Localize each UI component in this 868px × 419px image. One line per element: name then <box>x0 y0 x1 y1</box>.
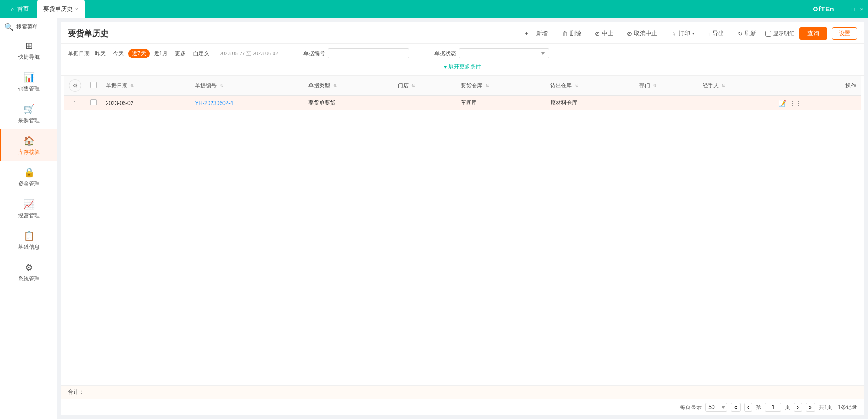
sidebar-item-inventory[interactable]: 🏠 库存核算 <box>0 129 57 161</box>
doc-no-link[interactable]: YH-20230602-4 <box>195 100 233 106</box>
stop-button[interactable]: ⊘ 中止 <box>590 27 618 40</box>
sidebar-item-finance[interactable]: 🔒 资金管理 <box>0 161 57 192</box>
col-pending-warehouse[interactable]: 待出仓库 ⇅ <box>546 76 635 96</box>
inventory-label: 库存核算 <box>18 148 40 156</box>
col-checkbox[interactable] <box>86 76 101 96</box>
minimize-icon[interactable]: — <box>840 6 846 13</box>
quick-nav-icon: ⊞ <box>25 40 33 51</box>
col-req-warehouse-label: 要货仓库 <box>461 82 482 89</box>
row-checkbox[interactable] <box>90 99 97 105</box>
summary-label: 合计： <box>68 388 84 396</box>
date-filter: 单据日期 昨天 今天 近7天 近1月 更多 自定义 <box>68 49 212 58</box>
maximize-icon[interactable]: □ <box>851 6 855 13</box>
row-checkbox-cell[interactable] <box>86 96 101 110</box>
total-label: 共1页，1条记录 <box>819 404 857 411</box>
sidebar-search[interactable]: 🔍 搜索菜单 <box>0 18 57 34</box>
col-req-warehouse[interactable]: 要货仓库 ⇅ <box>456 76 545 96</box>
col-action: 操作 <box>774 76 861 96</box>
select-all-checkbox[interactable] <box>90 82 97 88</box>
finance-label: 资金管理 <box>18 180 40 188</box>
window-close-icon[interactable]: × <box>860 6 863 13</box>
cancel-stop-button[interactable]: ⊘ 取消中止 <box>623 27 662 40</box>
col-doc-type[interactable]: 单据类型 ⇅ <box>304 76 393 96</box>
tab-home[interactable]: ⌂ 首页 <box>5 0 35 18</box>
filter-area: 单据日期 昨天 今天 近7天 近1月 更多 自定义 2023-05-27 至 2… <box>61 44 864 76</box>
export-icon: ↑ <box>708 30 711 37</box>
page-size-select[interactable]: 50 100 <box>705 403 727 412</box>
col-doc-type-sort-icon: ⇅ <box>333 83 337 88</box>
date-btn-7days[interactable]: 近7天 <box>128 49 150 58</box>
filter-row-1: 单据日期 昨天 今天 近7天 近1月 更多 自定义 2023-05-27 至 2… <box>68 48 857 58</box>
sidebar-item-operations[interactable]: 📈 经营管理 <box>0 192 57 224</box>
sidebar-item-sales[interactable]: 📊 销售管理 <box>0 66 57 97</box>
sidebar-item-purchase[interactable]: 🛒 采购管理 <box>0 97 57 129</box>
col-store[interactable]: 门店 ⇅ <box>393 76 457 96</box>
sidebar-item-basic[interactable]: 📋 基础信息 <box>0 224 57 256</box>
sidebar: 🔍 搜索菜单 ⊞ 快捷导航 📊 销售管理 🛒 采购管理 🏠 库存核算 🔒 资金管… <box>0 18 57 419</box>
row-store <box>393 96 457 110</box>
display-detail-checkbox[interactable] <box>765 31 771 37</box>
home-icon: ⌂ <box>11 6 14 13</box>
date-range-text: 2023-05-27 至 2023-06-02 <box>219 50 278 57</box>
refresh-button[interactable]: ↻ 刷新 <box>733 27 761 40</box>
col-settings[interactable]: ⚙ <box>64 76 86 96</box>
operations-icon: 📈 <box>24 199 35 210</box>
setting-button[interactable]: 设置 <box>832 27 857 40</box>
print-button[interactable]: 🖨 打印 ▾ <box>666 27 699 40</box>
row-edit-icon[interactable]: 📝 <box>778 100 786 107</box>
col-store-sort-icon: ⇅ <box>411 83 415 88</box>
row-doc-no[interactable]: YH-20230602-4 <box>190 96 304 110</box>
status-select[interactable] <box>459 48 549 58</box>
col-date-label: 单据日期 <box>106 82 127 89</box>
page-input[interactable] <box>765 403 781 412</box>
col-handler-label: 经手人 <box>703 82 719 89</box>
date-btn-more[interactable]: 更多 <box>172 49 189 58</box>
search-menu-label: 搜索菜单 <box>16 23 38 31</box>
basic-label: 基础信息 <box>18 243 40 251</box>
table-row[interactable]: 1 2023-06-02 YH-20230602-4 要货单要货 车间库 原材料… <box>64 96 861 110</box>
finance-icon: 🔒 <box>24 167 35 178</box>
new-button[interactable]: ＋ + 新增 <box>519 27 552 40</box>
col-req-warehouse-sort-icon: ⇅ <box>486 83 489 88</box>
purchase-label: 采购管理 <box>18 117 40 124</box>
col-handler[interactable]: 经手人 ⇅ <box>698 76 774 96</box>
date-btn-yesterday[interactable]: 昨天 <box>92 49 108 58</box>
date-btn-custom[interactable]: 自定义 <box>190 49 212 58</box>
expand-more-btn[interactable]: ▾ 展开更多条件 <box>68 61 857 72</box>
prev-page-btn[interactable]: ‹ <box>744 403 752 412</box>
table-header-row: ⚙ 单据日期 ⇅ 单据编号 ⇅ <box>64 76 861 96</box>
stop-icon: ⊘ <box>595 30 600 37</box>
col-settings-icon[interactable]: ⚙ <box>69 79 81 92</box>
query-button[interactable]: 查询 <box>799 27 827 40</box>
export-button[interactable]: ↑ 导出 <box>703 27 729 40</box>
requisition-table: ⚙ 单据日期 ⇅ 单据编号 ⇅ <box>64 76 861 110</box>
close-tab-icon[interactable]: × <box>75 6 78 12</box>
sidebar-item-quick-nav[interactable]: ⊞ 快捷导航 <box>0 34 57 66</box>
delete-button[interactable]: 🗑 删除 <box>557 27 586 40</box>
cancel-stop-label: 取消中止 <box>634 29 657 38</box>
sidebar-item-system[interactable]: ⚙ 系统管理 <box>0 256 57 287</box>
col-date-sort-icon: ⇅ <box>130 83 134 88</box>
next-page-btn[interactable]: › <box>794 403 802 412</box>
table-summary: 合计： <box>61 385 864 399</box>
doc-number-input[interactable] <box>328 48 409 58</box>
tab-requisition-history[interactable]: 要货单历史 × <box>37 0 85 18</box>
page-suffix: 页 <box>785 404 790 411</box>
date-btn-today[interactable]: 今天 <box>110 49 127 58</box>
last-page-btn[interactable]: » <box>806 403 815 412</box>
page-title: 要货单历史 <box>68 28 519 39</box>
display-detail-toggle[interactable]: 显示明细 <box>765 30 795 38</box>
brand-logo: OfTEn <box>813 5 835 13</box>
col-doc-no[interactable]: 单据编号 ⇅ <box>190 76 304 96</box>
quick-nav-label: 快捷导航 <box>18 53 40 61</box>
col-action-label: 操作 <box>845 82 856 89</box>
first-page-btn[interactable]: « <box>731 403 741 412</box>
date-btn-1month[interactable]: 近1月 <box>151 49 171 58</box>
col-dept[interactable]: 部门 ⇅ <box>635 76 698 96</box>
row-more-icon[interactable]: ⋮⋮ <box>789 100 802 107</box>
print-icon: 🖨 <box>671 30 677 37</box>
date-filter-label: 单据日期 <box>68 50 90 57</box>
row-num: 1 <box>64 96 86 110</box>
stop-label: 中止 <box>602 29 613 38</box>
col-date[interactable]: 单据日期 ⇅ <box>101 76 190 96</box>
